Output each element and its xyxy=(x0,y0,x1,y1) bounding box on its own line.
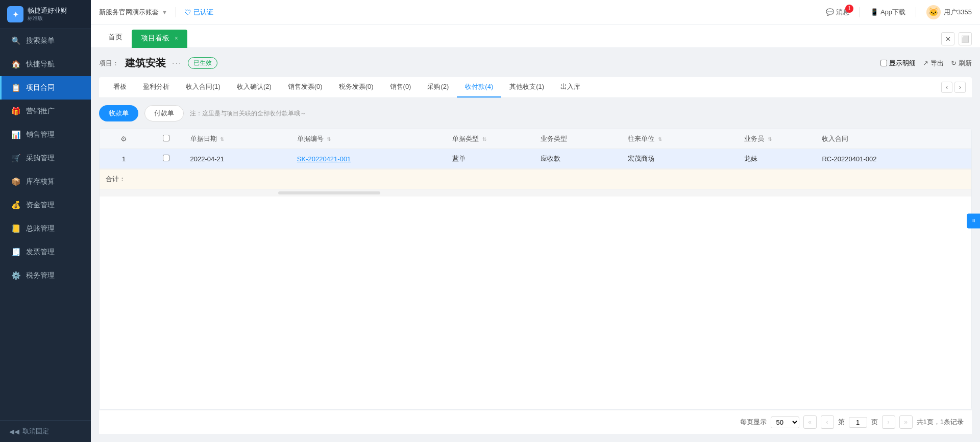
message-button[interactable]: 💬 消息 1 xyxy=(826,8,849,17)
user-menu[interactable]: 🐱 用户3355 xyxy=(926,5,972,19)
sidebar-item-sales[interactable]: 📊 销售管理 xyxy=(0,123,91,146)
col-staff-label: 业务员 xyxy=(744,135,764,142)
page-last-button[interactable]: » xyxy=(899,415,913,429)
app-download-button[interactable]: 📱 App下载 xyxy=(870,8,905,17)
sub-tab-payment[interactable]: 收付款(4) xyxy=(457,77,501,97)
data-table-container: ⚙ 单据日期 ⇅ 单据编号 ⇅ xyxy=(99,129,972,410)
sidebar-item-purchase[interactable]: 🛒 采购管理 xyxy=(0,146,91,170)
export-button[interactable]: ↗ 导出 xyxy=(923,59,944,68)
message-badge: 1 xyxy=(845,5,853,13)
project-more-button[interactable]: ··· xyxy=(172,59,182,68)
sub-tab-next-arrow[interactable]: › xyxy=(954,82,966,93)
sidebar-item-project[interactable]: 📋 项目合同 xyxy=(0,76,91,100)
select-all-checkbox[interactable] xyxy=(163,135,169,141)
sub-tab-inout[interactable]: 出入库 xyxy=(552,77,589,97)
marketing-icon: 🎁 xyxy=(11,106,21,116)
sidebar-item-shortcut[interactable]: 🏠 快捷导航 xyxy=(0,53,91,76)
sub-tab-board[interactable]: 看板 xyxy=(105,77,135,97)
app-name: 畅捷通好业财 xyxy=(28,7,67,15)
show-detail-toggle[interactable]: 显示明细 xyxy=(880,59,916,68)
tax-icon: ⚙️ xyxy=(11,271,21,281)
col-unit-sort-icon[interactable]: ⇅ xyxy=(658,136,662,142)
col-contract-label: 收入合同 xyxy=(822,135,848,142)
tab-close-button[interactable]: ✕ xyxy=(941,32,954,45)
row-checkbox[interactable] xyxy=(163,155,169,161)
col-no-sort-icon[interactable]: ⇅ xyxy=(327,136,331,142)
shield-icon: 🛡 xyxy=(184,8,191,16)
sub-tab-board-label: 看板 xyxy=(113,83,127,90)
sidebar-item-capital-label: 资金管理 xyxy=(26,201,55,210)
sub-tab-purchase[interactable]: 采购(2) xyxy=(419,77,457,97)
side-action-button[interactable]: ≡ xyxy=(967,213,980,228)
tab-project-board[interactable]: 项目看板 × xyxy=(132,30,187,48)
sub-tab-sales[interactable]: 销售(0) xyxy=(382,77,420,97)
sidebar-item-marketing[interactable]: 🎁 营销推广 xyxy=(0,100,91,123)
page-summary: 共1页，1条记录 xyxy=(917,418,964,427)
topbar-divider-3 xyxy=(916,7,916,17)
certified-label: 已认证 xyxy=(193,8,213,17)
cancel-fixed-label: 取消固定 xyxy=(22,427,49,436)
sub-tab-sales-invoice[interactable]: 销售发票(0) xyxy=(280,77,331,97)
sidebar-item-marketing-label: 营销推广 xyxy=(26,107,55,116)
sum-label: 合计： xyxy=(106,175,126,184)
sidebar-item-ledger[interactable]: 📒 总账管理 xyxy=(0,217,91,240)
topbar-divider-2 xyxy=(860,7,860,17)
sidebar-item-capital[interactable]: 💰 资金管理 xyxy=(0,193,91,217)
row-biz: 应收款 xyxy=(534,149,622,169)
payment-tab-button[interactable]: 付款单 xyxy=(144,105,184,121)
sub-tab-profit[interactable]: 盈利分析 xyxy=(135,77,178,97)
sidebar-item-project-label: 项目合同 xyxy=(26,83,55,92)
sub-tab-income-confirm[interactable]: 收入确认(2) xyxy=(229,77,280,97)
tab-home[interactable]: 首页 xyxy=(99,28,132,48)
sidebar-item-invoice-label: 发票管理 xyxy=(26,248,55,257)
sidebar-logo: ✦ 畅捷通好业财 标准版 xyxy=(0,0,91,29)
settings-icon[interactable]: ⚙ xyxy=(120,135,127,143)
row-contract: RC-20220401-002 xyxy=(816,149,971,169)
sub-tab-other[interactable]: 其他收支(1) xyxy=(501,77,552,97)
sidebar-item-inventory-label: 库存核算 xyxy=(26,177,55,186)
page-number-input[interactable] xyxy=(849,417,867,428)
tab-maximize-button[interactable]: ⬜ xyxy=(959,32,972,45)
account-selector[interactable]: 新服务官网演示账套 ▼ xyxy=(99,8,167,17)
page-next-button[interactable]: › xyxy=(882,415,895,429)
page-size-label: 每页显示 xyxy=(740,418,767,427)
col-staff-sort-icon[interactable]: ⇅ xyxy=(768,136,772,142)
row-no-link[interactable]: SK-20220421-001 xyxy=(297,155,351,163)
search-icon: 🔍 xyxy=(11,36,21,46)
page-prev-button[interactable]: ‹ xyxy=(821,415,834,429)
sidebar-item-inventory[interactable]: 📦 库存核算 xyxy=(0,170,91,193)
table-scrollbar-wrap xyxy=(100,189,971,197)
col-unit-header: 往来单位 ⇅ xyxy=(622,129,738,149)
sidebar-item-invoice[interactable]: 🧾 发票管理 xyxy=(0,240,91,264)
refresh-icon: ↻ xyxy=(951,59,957,67)
user-avatar: 🐱 xyxy=(926,5,941,19)
tab-project-board-label: 项目看板 xyxy=(141,34,169,42)
sub-tab-prev-arrow[interactable]: ‹ xyxy=(941,82,952,93)
sub-tab-profit-label: 盈利分析 xyxy=(143,83,169,90)
sales-icon: 📊 xyxy=(11,130,21,140)
table-scrollbar[interactable] xyxy=(278,191,380,194)
col-biz-label: 业务类型 xyxy=(541,135,567,142)
row-type: 蓝单 xyxy=(446,149,534,169)
row-no: SK-20220421-001 xyxy=(291,149,446,169)
col-settings-header: ⚙ xyxy=(100,129,148,149)
cancel-fixed-button[interactable]: ◀◀ 取消固定 xyxy=(0,420,91,442)
sidebar-item-search[interactable]: 🔍 搜索菜单 xyxy=(0,29,91,53)
refresh-button[interactable]: ↻ 刷新 xyxy=(951,59,972,68)
collection-tab-button[interactable]: 收款单 xyxy=(99,105,138,121)
col-date-sort-icon[interactable]: ⇅ xyxy=(220,136,224,142)
col-type-sort-icon[interactable]: ⇅ xyxy=(482,136,486,142)
col-no-label: 单据编号 xyxy=(297,135,324,142)
sub-tab-other-label: 其他收支(1) xyxy=(509,83,544,90)
tab-close-icon[interactable]: × xyxy=(175,35,178,42)
col-type-label: 单据类型 xyxy=(452,135,479,142)
page-first-button[interactable]: « xyxy=(803,415,817,429)
app-edition: 标准版 xyxy=(28,15,67,22)
topbar-right: 💬 消息 1 📱 App下载 🐱 用户3355 xyxy=(826,5,972,19)
sidebar-item-tax[interactable]: ⚙️ 税务管理 xyxy=(0,264,91,287)
sub-tab-income-contract[interactable]: 收入合同(1) xyxy=(178,77,229,97)
sidebar-scroll: 🔍 搜索菜单 🏠 快捷导航 📋 项目合同 🎁 营销推广 📊 销售管理 🛒 采购管… xyxy=(0,29,91,420)
show-detail-checkbox[interactable] xyxy=(880,60,887,66)
page-size-select[interactable]: 50 100 200 xyxy=(771,416,799,428)
sub-tab-tax-invoice[interactable]: 税务发票(0) xyxy=(331,77,382,97)
